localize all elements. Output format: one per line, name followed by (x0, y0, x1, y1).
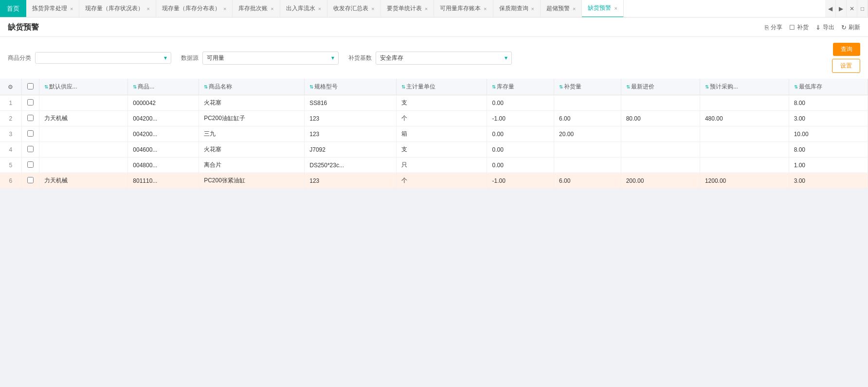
table-body: 10000042火花塞SS816支0.008.002力天机械004200...P… (0, 95, 868, 189)
tab-item-inventory-dist[interactable]: 现存量（库存分布表）× (156, 0, 233, 18)
select-all-checkbox[interactable] (27, 83, 34, 89)
replenish-label: 补货 (797, 23, 809, 32)
cell-est_purchase (700, 126, 789, 142)
tab-close-icon[interactable]: × (614, 5, 617, 11)
tab-label: 要货单统计表 (387, 4, 422, 13)
tab-item-order-stats[interactable]: 要货单统计表× (381, 0, 434, 18)
tab-close-icon[interactable]: × (271, 6, 273, 12)
tab-item-receipt-summary[interactable]: 收发存汇总表× (327, 0, 380, 18)
cell-spec: 123 (305, 111, 396, 126)
datasource-select[interactable]: 可用量 ▾ (202, 52, 339, 65)
col-header-stock[interactable]: ⇅库存量 (487, 79, 554, 95)
col-header-spec[interactable]: ⇅规格型号 (305, 79, 396, 95)
category-select[interactable]: ▾ (35, 52, 171, 64)
row-checkbox[interactable] (27, 146, 34, 152)
tab-close-all-btn[interactable]: ✕ (847, 0, 857, 18)
cell-latest_price (621, 126, 700, 142)
row-checkbox[interactable] (27, 130, 34, 137)
tab-home[interactable]: 首页 (0, 0, 26, 18)
data-table-container: ⚙⇅默认供应...⇅商品...⇅商品名称⇅规格型号⇅主计量单位⇅库存量⇅补货量⇅… (0, 79, 868, 189)
cell-stock: 0.00 (487, 142, 554, 158)
table-row: 2力天机械004200...PC200油缸缸子123个-1.006.0080.0… (0, 111, 868, 126)
settings-button[interactable]: 设置 (832, 59, 860, 73)
tab-item-batch-account[interactable]: 库存批次账× (233, 0, 280, 18)
table-row: 5004800...离合片DS250*23c...只0.001.00 (0, 158, 868, 173)
tab-item-inout-flow[interactable]: 出入库流水× (280, 0, 327, 18)
query-button[interactable]: 查询 (833, 43, 860, 56)
tab-item-available-ledger[interactable]: 可用量库存账本× (434, 0, 493, 18)
cell-supplier (39, 95, 128, 111)
refresh-btn[interactable]: ↻ 刷新 (841, 23, 860, 32)
tab-label: 保质期查询 (499, 4, 528, 13)
cell-supplier: 力天机械 (39, 111, 128, 126)
sort-icon: ⇅ (133, 84, 137, 89)
tab-close-icon[interactable]: × (223, 6, 226, 12)
cell-est_purchase: 480.00 (700, 111, 789, 126)
tab-prev-btn[interactable]: ◀ (825, 0, 836, 18)
col-header-replenish_qty[interactable]: ⇅补货量 (554, 79, 621, 95)
col-header-min_stock[interactable]: ⇅最低库存 (789, 79, 868, 95)
tab-item-expiry-query[interactable]: 保质期查询× (493, 0, 541, 18)
tab-item-overstock[interactable]: 超储预警× (541, 0, 582, 18)
tab-item-inventory-status[interactable]: 现存量（库存状况表）× (79, 0, 156, 18)
col-header-product_code[interactable]: ⇅商品... (128, 79, 199, 95)
replenish-base-filter-group: 补货基数 安全库存 ▾ (348, 52, 512, 65)
export-btn[interactable]: ⇓ 导出 (815, 23, 834, 32)
tab-close-icon[interactable]: × (573, 6, 576, 12)
col-header-latest_price[interactable]: ⇅最新进价 (621, 79, 700, 95)
row-checkbox[interactable] (27, 115, 34, 121)
cell-stock: -1.00 (487, 111, 554, 126)
cell-unit: 个 (396, 111, 487, 126)
tab-close-icon[interactable]: × (531, 6, 534, 12)
cell-unit: 箱 (396, 126, 487, 142)
tab-next-btn[interactable]: ▶ (836, 0, 847, 18)
cell-product_name: PC200张紧油缸 (199, 173, 305, 189)
tab-close-icon[interactable]: × (425, 6, 428, 12)
row-num: 5 (0, 158, 21, 173)
col-header-checkbox (21, 79, 39, 95)
gear-icon[interactable]: ⚙ (8, 84, 13, 90)
tab-close-all-icon: ✕ (850, 5, 854, 12)
cell-supplier (39, 126, 128, 142)
tab-item-exception[interactable]: 拣货异常处理× (26, 0, 79, 18)
cell-product_name: PC200油缸缸子 (199, 111, 305, 126)
replenish-btn[interactable]: ☐ 补货 (789, 23, 809, 32)
tab-label: 可用量库存账本 (440, 4, 481, 13)
cell-latest_price: 200.00 (621, 173, 700, 189)
cell-product_code: 004600... (128, 142, 199, 158)
row-checkbox[interactable] (27, 161, 34, 168)
tab-item-shortage[interactable]: 缺货预警× (582, 0, 623, 18)
cell-min_stock: 3.00 (789, 173, 868, 189)
row-num: 6 (0, 173, 21, 189)
table-row: 4004600...火花塞J7092支0.008.00 (0, 142, 868, 158)
cell-unit: 支 (396, 95, 487, 111)
sort-icon: ⇅ (794, 84, 798, 89)
col-header-unit[interactable]: ⇅主计量单位 (396, 79, 487, 95)
col-header-product_name[interactable]: ⇅商品名称 (199, 79, 305, 95)
row-checkbox[interactable] (27, 177, 34, 183)
tab-close-icon[interactable]: × (70, 6, 73, 12)
tab-close-icon[interactable]: × (371, 6, 374, 12)
tab-close-icon[interactable]: × (146, 6, 149, 12)
cell-spec: J7092 (305, 142, 396, 158)
cell-min_stock: 3.00 (789, 111, 868, 126)
col-header-supplier[interactable]: ⇅默认供应... (39, 79, 128, 95)
tab-close-icon[interactable]: × (484, 6, 487, 12)
cell-spec: DS250*23c... (305, 158, 396, 173)
row-checkbox[interactable] (27, 99, 34, 106)
export-icon: ⇓ (815, 24, 821, 31)
row-checkbox-cell (21, 111, 39, 126)
share-btn[interactable]: ⎘ 分享 (765, 23, 782, 32)
col-header-est_purchase[interactable]: ⇅预计采购... (700, 79, 789, 95)
cell-replenish_qty (554, 95, 621, 111)
header-actions: ⎘ 分享 ☐ 补货 ⇓ 导出 ↻ 刷新 (765, 23, 860, 32)
tab-restore-btn[interactable]: □ (857, 0, 868, 18)
replenish-base-select[interactable]: 安全库存 ▾ (376, 52, 512, 65)
row-checkbox-cell (21, 95, 39, 111)
cell-stock: 0.00 (487, 126, 554, 142)
tab-close-icon[interactable]: × (318, 6, 321, 12)
tab-label: 现存量（库存状况表） (85, 4, 144, 13)
cell-supplier (39, 158, 128, 173)
tab-restore-icon: □ (861, 5, 864, 12)
tab-label: 缺货预警 (588, 4, 611, 12)
